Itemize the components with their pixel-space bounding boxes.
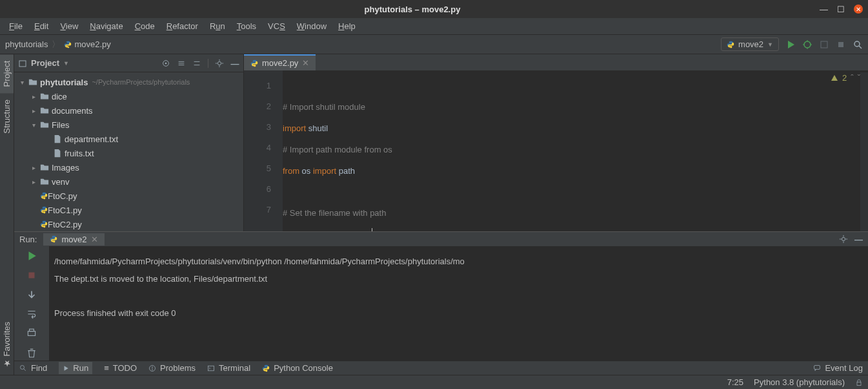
chevron-right-icon[interactable]: ▸ [30, 164, 37, 171]
menu-help[interactable]: Help [333, 19, 361, 33]
menu-file[interactable]: File [4, 19, 28, 33]
search-icon [19, 364, 27, 372]
text-file-icon [53, 149, 62, 158]
left-tab-project[interactable]: Project [0, 54, 14, 93]
svg-line-18 [24, 368, 26, 370]
stop-button[interactable] [836, 39, 846, 50]
hide-button[interactable]: — [230, 59, 239, 68]
bottom-tab-find[interactable]: Find [19, 363, 47, 373]
window-title: phytutorials – move2.py [5, 5, 820, 14]
down-arrow-icon[interactable] [26, 289, 37, 300]
console-output[interactable]: /home/fahmida/PycharmProjects/phytutoria… [49, 246, 868, 361]
search-everywhere-button[interactable] [853, 39, 863, 50]
warnings-count: 2 [842, 73, 847, 83]
error-stripe[interactable] [860, 72, 868, 231]
debug-button[interactable] [802, 39, 812, 50]
chevron-right-icon[interactable]: ▸ [30, 178, 37, 185]
coverage-button[interactable] [819, 39, 829, 50]
close-button[interactable]: ✕ [854, 5, 863, 14]
svg-rect-24 [857, 382, 861, 385]
run-tab[interactable]: move2 ✕ [43, 233, 104, 246]
lock-icon[interactable] [855, 379, 863, 386]
bottom-tab-todo[interactable]: ≡TODO [104, 363, 137, 373]
print-icon[interactable] [26, 328, 37, 339]
chevron-down-icon: ▼ [767, 41, 773, 48]
bottom-tab-event-log[interactable]: Event Log [813, 363, 863, 373]
caret-position[interactable]: 7:25 [727, 377, 743, 387]
soft-wrap-icon[interactable] [26, 308, 37, 320]
chevron-right-icon[interactable]: ▸ [30, 93, 37, 100]
tree-folder-images[interactable]: ▸Images [14, 160, 243, 174]
svg-rect-14 [29, 273, 35, 279]
run-button[interactable] [785, 39, 796, 50]
python-file-icon [250, 59, 258, 67]
folder-icon [40, 120, 49, 129]
breadcrumb-file[interactable]: move2.py [64, 39, 110, 49]
maximize-button[interactable]: ☐ [837, 5, 845, 14]
inspection-widget[interactable]: 2 ˆ ˇ [831, 73, 860, 83]
chevron-up-icon[interactable]: ˆ [851, 73, 853, 83]
svg-rect-6 [838, 42, 843, 47]
menu-tools[interactable]: Tools [232, 19, 261, 33]
menu-run[interactable]: Run [205, 19, 230, 33]
svg-rect-23 [814, 365, 820, 369]
gear-icon[interactable] [839, 235, 848, 244]
tree-folder-files[interactable]: ▾Files [14, 118, 243, 132]
text-file-icon [53, 134, 62, 143]
tree-folder-documents[interactable]: ▸documents [14, 103, 243, 118]
svg-point-12 [217, 61, 221, 65]
python-file-icon [40, 220, 48, 228]
tree-file-ftoc1[interactable]: FtoC1.py [14, 203, 243, 217]
stop-button[interactable] [26, 269, 37, 281]
chevron-right-icon[interactable]: ▸ [30, 107, 37, 114]
bottom-tab-run[interactable]: Run [59, 362, 92, 374]
chevron-down-icon[interactable]: ▼ [63, 60, 69, 67]
chevron-down-icon[interactable]: ▾ [30, 121, 37, 129]
collapse-all-icon[interactable] [192, 59, 201, 68]
breadcrumb-root[interactable]: phytutorials [5, 39, 48, 49]
select-opened-file-icon[interactable] [161, 59, 170, 68]
folder-icon [28, 78, 37, 87]
bottom-tab-problems[interactable]: Problems [148, 363, 196, 373]
tree-folder-dice[interactable]: ▸dice [14, 89, 243, 103]
tree-root[interactable]: ▾ phytutorials ~/PycharmProjects/phytuto… [14, 75, 243, 89]
editor-area: move2.py ✕ 1 2 3 4 5 6 7 # Import shutil… [244, 54, 868, 231]
tree-file-department[interactable]: department.txt [14, 132, 243, 146]
todo-icon: ≡ [104, 363, 109, 373]
svg-rect-22 [208, 366, 214, 371]
chevron-down-icon[interactable]: ▾ [18, 79, 26, 86]
menu-vcs[interactable]: VCS [263, 19, 290, 33]
terminal-icon [207, 364, 215, 372]
close-tab-icon[interactable]: ✕ [91, 235, 98, 244]
bottom-tab-terminal[interactable]: Terminal [207, 363, 250, 373]
menu-view[interactable]: View [55, 19, 83, 33]
menu-window[interactable]: Window [292, 19, 332, 33]
line-number: 6 [244, 179, 271, 200]
tree-file-ftoc[interactable]: FtoC.py [14, 189, 243, 203]
project-pane-header: Project ▼ — [14, 54, 243, 72]
left-tab-structure[interactable]: Structure [0, 93, 14, 140]
run-configuration-selector[interactable]: move2 ▼ [721, 37, 779, 51]
left-tab-favorites[interactable]: ★Favorites [0, 315, 14, 375]
line-number: 7 [244, 200, 271, 220]
svg-point-11 [165, 62, 167, 64]
gear-icon[interactable] [215, 59, 224, 68]
menu-code[interactable]: Code [130, 19, 160, 33]
tree-file-ftoc2[interactable]: FtoC2.py [14, 217, 243, 231]
project-tree[interactable]: ▾ phytutorials ~/PycharmProjects/phytuto… [14, 72, 243, 231]
menu-navigate[interactable]: Navigate [85, 19, 128, 33]
rerun-button[interactable] [26, 250, 37, 262]
interpreter-selector[interactable]: Python 3.8 (phytutorials) [754, 377, 845, 387]
close-tab-icon[interactable]: ✕ [302, 58, 309, 68]
bottom-tab-python-console[interactable]: Python Console [262, 363, 333, 373]
expand-all-icon[interactable] [177, 59, 186, 68]
hide-button[interactable]: — [854, 235, 863, 244]
status-bar: 7:25 Python 3.8 (phytutorials) [0, 375, 868, 389]
menu-refactor[interactable]: Refactor [161, 19, 203, 33]
minimize-button[interactable]: — [820, 5, 828, 14]
menu-edit[interactable]: Edit [29, 19, 54, 33]
editor-tab-move2[interactable]: move2.py ✕ [244, 54, 316, 70]
tree-folder-venv[interactable]: ▸venv [14, 174, 243, 189]
tree-file-fruits[interactable]: fruits.txt [14, 146, 243, 160]
trash-icon[interactable] [26, 347, 37, 359]
